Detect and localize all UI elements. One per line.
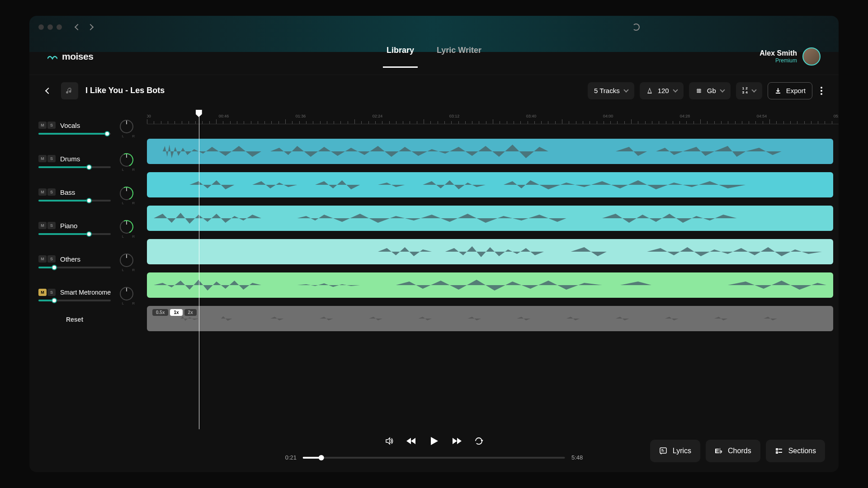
mute-button[interactable]: M [38, 289, 47, 296]
tracks-selector[interactable]: 5 Tracks [588, 82, 634, 99]
minimize-window-icon[interactable] [47, 24, 53, 30]
logo[interactable]: moises [47, 51, 93, 62]
waveform-piano[interactable] [147, 239, 833, 264]
lyrics-label: Lyrics [673, 447, 691, 455]
lyrics-icon [659, 447, 667, 455]
track-row-vocals: MS Vocals LR [38, 115, 147, 141]
solo-button[interactable]: S [47, 289, 56, 296]
close-window-icon[interactable] [38, 24, 44, 30]
key-value: Gb [707, 87, 716, 94]
pan-knob[interactable] [120, 187, 133, 200]
reload-icon [632, 23, 640, 31]
tracks-label: 5 Tracks [594, 87, 620, 94]
track-panel: MS Vocals LR MS Drums LR MS Bass [29, 106, 147, 429]
track-row-bass: MS Bass LR [38, 182, 147, 207]
tempo-selector[interactable]: 120 [640, 82, 684, 99]
tab-lyric-writer[interactable]: Lyric Writer [437, 46, 481, 68]
svg-rect-0 [660, 448, 666, 453]
speed-half[interactable]: 0.5x [152, 309, 168, 316]
mute-button[interactable]: M [38, 255, 47, 263]
nav-forward-icon[interactable] [87, 24, 94, 30]
more-button[interactable] [818, 87, 825, 95]
solo-button[interactable]: S [47, 122, 56, 129]
toolbar-right: 5 Tracks 120 Gb 12 34 [588, 82, 825, 99]
mute-button[interactable]: M [38, 155, 47, 162]
volume-slider[interactable] [38, 133, 111, 135]
chords-icon: E♭ [715, 447, 722, 455]
waveform-metronome[interactable]: 0.5x 1x 2x [147, 306, 833, 331]
mute-button[interactable]: M [38, 122, 47, 129]
refresh-button[interactable] [632, 23, 640, 31]
seek-bar[interactable] [303, 457, 565, 459]
play-button[interactable] [429, 436, 439, 446]
user-text: Alex Smith Premium [760, 49, 797, 64]
reset-button[interactable]: Reset [38, 316, 111, 323]
app-window: moises Library Lyric Writer Alex Smith P… [29, 16, 839, 472]
tuning-fork-icon [695, 87, 703, 94]
logo-icon [47, 53, 57, 60]
lyrics-button[interactable]: Lyrics [650, 440, 700, 462]
solo-button[interactable]: S [47, 222, 56, 229]
transport-controls [385, 436, 483, 446]
waveform-vocals[interactable] [147, 139, 833, 164]
key-selector[interactable]: Gb [689, 82, 731, 99]
sections-icon [775, 447, 783, 455]
sections-button[interactable]: Sections [766, 440, 825, 462]
metronome-icon [646, 87, 653, 94]
maximize-window-icon[interactable] [57, 24, 62, 30]
volume-button[interactable] [385, 436, 394, 446]
chords-button[interactable]: E♭ Chords [706, 440, 760, 462]
waveform-drums[interactable] [147, 172, 833, 197]
timeline-area: 0:0000:4601:3602:2403:1203:4004:0004:280… [147, 106, 839, 429]
chevron-down-icon [623, 87, 628, 92]
avatar[interactable] [802, 47, 821, 66]
sections-label: Sections [788, 447, 816, 455]
window-controls [38, 24, 62, 30]
chevron-down-icon [673, 87, 678, 92]
pan-knob[interactable] [120, 253, 133, 267]
pan-knob[interactable] [120, 220, 133, 234]
speed-one[interactable]: 1x [170, 309, 182, 316]
main-editor: MS Vocals LR MS Drums LR MS Bass [29, 106, 839, 429]
track-row-piano: MS Piano LR [38, 216, 147, 241]
volume-slider[interactable] [38, 233, 111, 235]
track-name: Bass [60, 188, 75, 196]
volume-slider[interactable] [38, 166, 111, 168]
solo-button[interactable]: S [47, 155, 56, 162]
pan-knob[interactable] [120, 120, 133, 133]
footer: 0:21 5:48 Lyrics E♭ Chords Sections [29, 429, 839, 472]
loop-button[interactable] [474, 436, 483, 446]
export-button[interactable]: Export [768, 82, 812, 99]
track-name: Others [60, 255, 80, 263]
track-name: Drums [60, 155, 80, 163]
toolbar: I Like You - Les Bots 5 Tracks 120 Gb 12… [29, 75, 839, 106]
waveform-others[interactable] [147, 272, 833, 298]
playhead[interactable] [199, 111, 199, 429]
chevron-down-icon [720, 87, 725, 92]
pan-knob[interactable] [120, 153, 133, 167]
tab-library[interactable]: Library [387, 46, 414, 68]
user-area[interactable]: Alex Smith Premium [760, 47, 821, 66]
volume-slider[interactable] [38, 200, 111, 202]
arrow-left-icon [45, 87, 52, 94]
volume-slider[interactable] [38, 300, 111, 301]
speed-two[interactable]: 2x [184, 309, 197, 316]
user-name: Alex Smith [760, 49, 797, 57]
rewind-button[interactable] [406, 437, 416, 445]
ruler[interactable]: 0:0000:4601:3602:2403:1203:4004:0004:280… [147, 111, 839, 124]
waveform-bass[interactable] [147, 206, 833, 231]
track-name: Smart Metronome [60, 289, 111, 296]
mute-button[interactable]: M [38, 188, 47, 196]
nav-back-icon[interactable] [75, 24, 81, 30]
tempo-value: 120 [658, 87, 669, 94]
count-selector[interactable]: 12 34 [736, 82, 762, 99]
volume-slider[interactable] [38, 267, 111, 268]
pan-knob[interactable] [120, 287, 133, 300]
solo-button[interactable]: S [47, 188, 56, 196]
mute-button[interactable]: M [38, 222, 47, 229]
back-button[interactable] [43, 85, 54, 96]
chords-label: Chords [728, 447, 751, 455]
nav-arrows [75, 25, 93, 29]
forward-button[interactable] [452, 437, 462, 445]
solo-button[interactable]: S [47, 255, 56, 263]
